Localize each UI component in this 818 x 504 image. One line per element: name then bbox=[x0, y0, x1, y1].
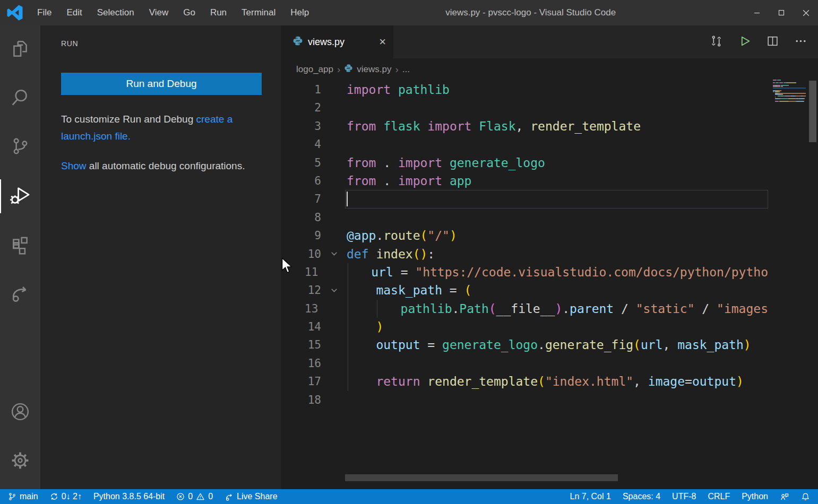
fold-margin bbox=[321, 336, 347, 354]
indent-guide bbox=[348, 336, 348, 354]
menu-go[interactable]: Go bbox=[176, 0, 203, 25]
menu-selection[interactable]: Selection bbox=[90, 0, 142, 25]
activity-item-extensions[interactable] bbox=[0, 221, 40, 270]
line-number[interactable]: 14 bbox=[281, 318, 321, 336]
run-and-debug-button[interactable]: Run and Debug bbox=[61, 73, 262, 95]
indent-guide bbox=[348, 354, 348, 372]
code-text: output = generate_logo.generate_fig(url,… bbox=[347, 336, 751, 354]
line-number[interactable]: 16 bbox=[281, 354, 321, 372]
split-editor-icon[interactable] bbox=[766, 34, 779, 50]
activity-item-settings[interactable] bbox=[0, 437, 40, 486]
code-line[interactable]: 6from . import app bbox=[281, 172, 768, 190]
code-line[interactable]: 13 pathlib.Path(__file__).parent / "stat… bbox=[281, 300, 768, 318]
activity-item-live-share[interactable] bbox=[0, 270, 40, 318]
activity-item-source-control[interactable] bbox=[0, 123, 40, 172]
notifications-button[interactable] bbox=[795, 489, 816, 504]
code-line[interactable]: 5from . import generate_logo bbox=[281, 154, 768, 172]
line-number[interactable]: 5 bbox=[281, 154, 321, 172]
indentation-status[interactable]: Spaces: 4 bbox=[617, 489, 666, 504]
activity-item-search[interactable] bbox=[0, 74, 40, 123]
python-file-icon bbox=[292, 36, 303, 48]
feedback-button[interactable] bbox=[774, 489, 795, 504]
line-number[interactable]: 17 bbox=[281, 372, 321, 390]
problems-status[interactable]: 0 0 bbox=[170, 489, 219, 504]
run-file-icon[interactable] bbox=[738, 34, 751, 50]
vertical-scrollbar-thumb[interactable] bbox=[809, 81, 816, 142]
open-changes-icon[interactable] bbox=[710, 34, 723, 50]
eol-status[interactable]: CRLF bbox=[702, 489, 736, 504]
more-actions-icon[interactable] bbox=[794, 34, 807, 50]
code-line[interactable]: 2 bbox=[281, 99, 768, 117]
line-number[interactable]: 3 bbox=[281, 117, 321, 135]
fold-chevron-icon[interactable] bbox=[321, 245, 347, 263]
close-button[interactable] bbox=[794, 0, 818, 25]
breadcrumb-file[interactable]: views.py bbox=[357, 64, 391, 75]
code-line[interactable]: 18 bbox=[281, 391, 768, 409]
code-line[interactable]: 9@app.route("/") bbox=[281, 227, 768, 245]
menu-view[interactable]: View bbox=[142, 0, 176, 25]
code-line[interactable]: 10def index(): bbox=[281, 245, 768, 263]
code-line[interactable]: 7 bbox=[281, 190, 768, 208]
minimap[interactable] bbox=[773, 80, 806, 103]
line-number[interactable]: 2 bbox=[281, 99, 321, 117]
horizontal-scrollbar-thumb[interactable] bbox=[345, 474, 618, 481]
breadcrumb-symbol[interactable]: ... bbox=[402, 64, 410, 75]
breadcrumb-folder[interactable]: logo_app bbox=[296, 64, 333, 75]
activity-item-explorer[interactable] bbox=[0, 25, 40, 74]
code-text: from . import generate_logo bbox=[347, 154, 545, 172]
sync-status[interactable]: 0↓ 2↑ bbox=[44, 489, 88, 504]
error-icon bbox=[176, 492, 185, 501]
encoding-status[interactable]: UTF-8 bbox=[666, 489, 702, 504]
feedback-icon bbox=[780, 492, 789, 501]
code-line[interactable]: 1import pathlib bbox=[281, 81, 768, 99]
show-configurations-link[interactable]: Show bbox=[61, 160, 87, 171]
minimize-button[interactable] bbox=[745, 0, 769, 25]
activity-item-run-and-debug[interactable] bbox=[0, 172, 40, 221]
menu-terminal[interactable]: Terminal bbox=[234, 0, 283, 25]
line-number[interactable]: 18 bbox=[281, 391, 321, 409]
line-number[interactable]: 6 bbox=[281, 172, 321, 190]
fold-margin bbox=[321, 190, 347, 208]
code-line[interactable]: 14 ) bbox=[281, 318, 768, 336]
menu-file[interactable]: File bbox=[30, 0, 59, 25]
vertical-scrollbar[interactable] bbox=[807, 81, 818, 489]
code-line[interactable]: 3from flask import Flask, render_templat… bbox=[281, 117, 768, 135]
code-line[interactable]: 4 bbox=[281, 135, 768, 153]
code-text: mask_path = ( bbox=[347, 281, 471, 299]
code-line[interactable]: 8 bbox=[281, 208, 768, 227]
menu-help[interactable]: Help bbox=[283, 0, 316, 25]
code-line[interactable]: 11 url = "https://code.visualstudio.com/… bbox=[281, 263, 768, 281]
line-number[interactable]: 1 bbox=[281, 81, 321, 99]
line-number[interactable]: 8 bbox=[281, 208, 321, 227]
code-line[interactable]: 12 mask_path = ( bbox=[281, 281, 768, 299]
indent-guide bbox=[348, 318, 348, 336]
code-line[interactable]: 17 return render_template("index.html", … bbox=[281, 372, 768, 390]
live-share-status[interactable]: Live Share bbox=[219, 489, 283, 504]
fold-margin bbox=[321, 208, 347, 227]
main-area: RUN Run and Debug To customize Run and D… bbox=[0, 25, 818, 489]
line-number[interactable]: 12 bbox=[281, 281, 321, 299]
activity-item-account[interactable] bbox=[0, 388, 40, 437]
branch-status[interactable]: main bbox=[2, 489, 44, 504]
menu-run[interactable]: Run bbox=[203, 0, 234, 25]
code-line[interactable]: 16 bbox=[281, 354, 768, 372]
live-share-icon bbox=[225, 492, 234, 501]
minimap-line bbox=[773, 101, 806, 102]
code-line[interactable]: 15 output = generate_logo.generate_fig(u… bbox=[281, 336, 768, 354]
line-number[interactable]: 7 bbox=[281, 190, 321, 208]
python-interpreter[interactable]: Python 3.8.5 64-bit bbox=[88, 489, 170, 504]
menu-edit[interactable]: Edit bbox=[59, 0, 89, 25]
maximize-button[interactable] bbox=[769, 0, 794, 25]
line-number[interactable]: 9 bbox=[281, 227, 321, 245]
fold-chevron-icon[interactable] bbox=[321, 281, 347, 299]
tab-close-icon[interactable]: × bbox=[379, 36, 386, 48]
breadcrumb: logo_app › views.py › ... bbox=[281, 58, 818, 81]
line-number[interactable]: 4 bbox=[281, 135, 321, 153]
line-number[interactable]: 13 bbox=[281, 300, 318, 318]
indent-guide bbox=[348, 372, 348, 390]
tab-views-py[interactable]: views.py × bbox=[281, 25, 393, 58]
live-share-icon bbox=[8, 281, 32, 307]
language-mode[interactable]: Python bbox=[736, 489, 774, 504]
cursor-position[interactable]: Ln 7, Col 1 bbox=[564, 489, 617, 504]
line-number[interactable]: 15 bbox=[281, 336, 321, 354]
